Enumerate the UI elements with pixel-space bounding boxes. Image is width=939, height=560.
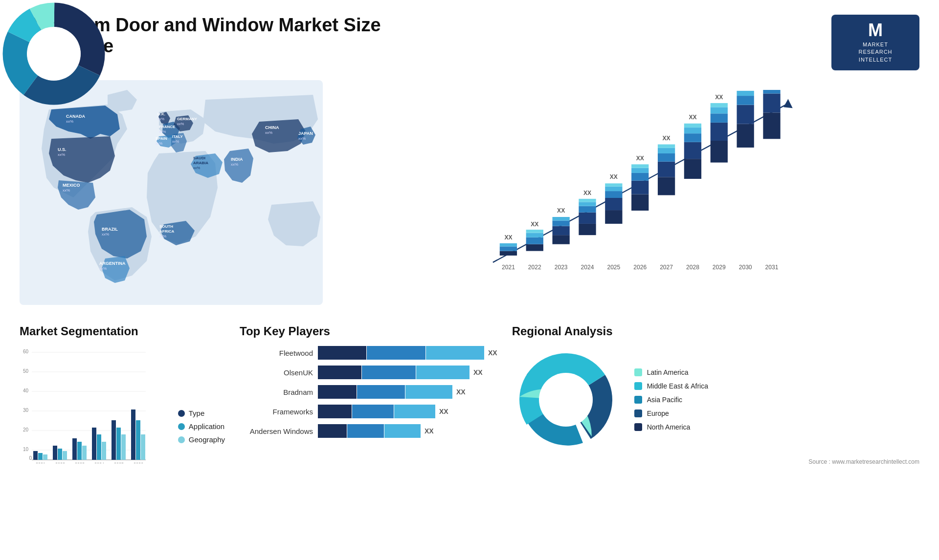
svg-text:XX: XX — [557, 207, 565, 214]
svg-rect-132 — [97, 434, 101, 460]
svg-rect-46 — [553, 235, 570, 244]
svg-rect-80 — [684, 159, 701, 179]
svg-rect-55 — [579, 202, 596, 206]
svg-rect-97 — [737, 91, 754, 96]
svg-rect-96 — [737, 96, 754, 105]
svg-rect-66 — [631, 194, 648, 211]
svg-rect-62 — [605, 187, 622, 191]
player-row-bradnam: Bradnam XX — [240, 385, 497, 399]
svg-rect-83 — [684, 128, 701, 133]
legend-geography: Geography — [178, 435, 225, 444]
regional-legend: Latin America Middle East & Africa Asia … — [634, 368, 708, 431]
north-america-label: North America — [647, 423, 691, 431]
svg-rect-75 — [658, 153, 675, 162]
svg-text:30: 30 — [23, 408, 29, 413]
svg-rect-101 — [763, 94, 780, 113]
legend-application: Application — [178, 422, 225, 431]
player-row-fleetwood: Fleetwood XX — [240, 346, 497, 360]
svg-rect-81 — [684, 142, 701, 159]
geography-color-dot — [178, 436, 185, 443]
bottom-section: Market Segmentation 60 50 40 30 20 10 0 — [20, 324, 919, 465]
svg-text:xx%: xx% — [298, 136, 306, 141]
svg-rect-128 — [77, 442, 82, 460]
svg-rect-125 — [63, 451, 67, 460]
player-name-olsenuk: OlsenUK — [240, 368, 313, 377]
svg-text:MEXICO: MEXICO — [63, 183, 80, 188]
svg-text:XX: XX — [689, 114, 696, 121]
latin-america-color — [634, 368, 642, 376]
logo-text: MARKET RESEARCH INTELLECT — [858, 41, 892, 64]
player-xx-bradnam: XX — [456, 388, 466, 396]
growth-chart: XX 2021 XX 2022 XX 2023 XX — [337, 80, 919, 305]
svg-rect-69 — [631, 168, 648, 173]
svg-text:ARABIA: ARABIA — [193, 161, 208, 165]
svg-text:xx%: xx% — [157, 117, 165, 121]
svg-rect-35 — [500, 251, 517, 256]
player-bar-andersen: XX — [318, 424, 497, 438]
middle-east-color — [634, 382, 642, 390]
source-text: Source : www.marketresearchintellect.com — [512, 458, 919, 465]
svg-rect-68 — [631, 173, 648, 181]
svg-text:2022: 2022 — [55, 462, 65, 463]
regional-content: Latin America Middle East & Africa Asia … — [512, 346, 919, 453]
svg-rect-124 — [58, 449, 62, 460]
svg-text:2027: 2027 — [660, 264, 673, 271]
svg-text:BRAZIL: BRAZIL — [102, 227, 118, 232]
svg-text:CANADA: CANADA — [66, 114, 85, 119]
svg-text:U.K.: U.K. — [157, 112, 165, 116]
svg-rect-135 — [112, 420, 116, 460]
svg-text:XX: XX — [504, 235, 512, 241]
north-america-color — [634, 423, 642, 431]
legend-middle-east: Middle East & Africa — [634, 382, 708, 390]
svg-text:2024: 2024 — [581, 264, 594, 271]
svg-text:10: 10 — [23, 447, 29, 452]
svg-rect-95 — [737, 105, 754, 124]
svg-rect-123 — [53, 446, 57, 460]
svg-rect-136 — [116, 428, 121, 460]
world-map: CANADA xx% U.S. xx% MEXICO xx% BRAZIL xx… — [20, 80, 323, 305]
svg-text:50: 50 — [23, 368, 29, 374]
player-row-olsenuk: OlsenUK XX — [240, 366, 497, 379]
svg-text:60: 60 — [23, 349, 29, 354]
svg-rect-119 — [33, 451, 38, 460]
svg-text:xx%: xx% — [265, 130, 272, 135]
player-bar-fleetwood: XX — [318, 346, 497, 360]
legend-geography-label: Geography — [189, 435, 225, 444]
key-players: Top Key Players Fleetwood XX OlsenUK — [240, 324, 497, 465]
svg-text:XX: XX — [715, 94, 723, 101]
svg-rect-67 — [631, 181, 648, 194]
svg-rect-61 — [605, 191, 622, 198]
svg-rect-49 — [553, 217, 570, 220]
svg-text:2030: 2030 — [739, 264, 752, 271]
svg-rect-74 — [658, 162, 675, 177]
type-color-dot — [178, 410, 185, 417]
svg-rect-100 — [763, 113, 780, 139]
svg-text:40: 40 — [23, 388, 29, 393]
svg-text:2023: 2023 — [555, 264, 568, 271]
svg-rect-120 — [38, 453, 43, 460]
legend-application-label: Application — [189, 422, 224, 431]
player-name-fleetwood: Fleetwood — [240, 349, 313, 357]
regional-title: Regional Analysis — [512, 324, 919, 338]
svg-text:2029: 2029 — [713, 264, 726, 271]
player-row-andersen: Andersen Windows XX — [240, 424, 497, 438]
legend-north-america: North America — [634, 423, 708, 431]
svg-text:xx%: xx% — [99, 266, 107, 271]
svg-rect-70 — [631, 164, 648, 168]
svg-text:2022: 2022 — [528, 264, 541, 271]
svg-text:xx%: xx% — [63, 188, 70, 193]
svg-rect-60 — [605, 198, 622, 210]
svg-text:ITALY: ITALY — [172, 134, 183, 139]
svg-rect-41 — [526, 237, 543, 244]
player-xx-olsenuk: XX — [473, 368, 483, 376]
svg-rect-73 — [658, 177, 675, 195]
svg-text:INDIA: INDIA — [231, 157, 243, 162]
asia-pacific-label: Asia Pacific — [647, 396, 682, 404]
svg-text:xx%: xx% — [193, 166, 201, 170]
svg-rect-131 — [92, 428, 96, 460]
svg-text:xx%: xx% — [58, 152, 65, 157]
player-xx-andersen: XX — [425, 427, 434, 435]
europe-label: Europe — [647, 409, 669, 417]
logo: M MARKET RESEARCH INTELLECT — [831, 15, 919, 70]
donut-chart — [512, 346, 620, 453]
